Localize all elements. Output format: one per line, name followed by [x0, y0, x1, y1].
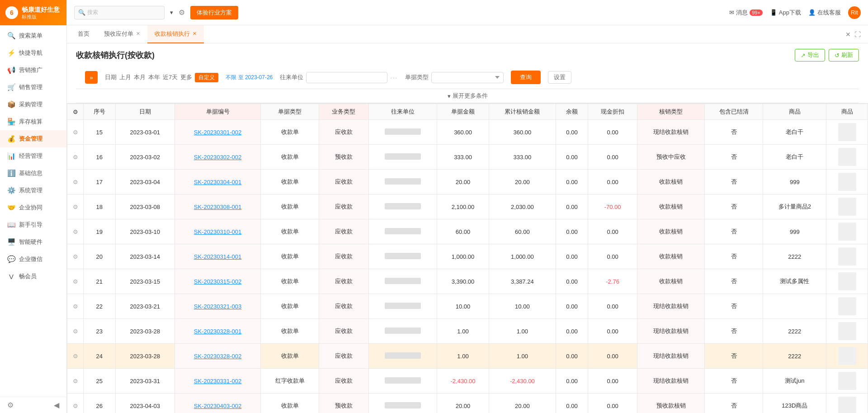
query-button[interactable]: 查询	[511, 71, 541, 84]
doc-no-link-11[interactable]: SK-20230403-002	[194, 403, 242, 409]
date-this-year[interactable]: 本年	[148, 73, 160, 81]
cell-gear-2[interactable]: ⚙	[67, 170, 84, 195]
cell-biz-type-7: 应收款	[319, 294, 369, 319]
cell-gear-1[interactable]: ⚙	[67, 145, 84, 170]
cell-amount-9: 1.00	[437, 344, 489, 369]
doc-no-link-2[interactable]: SK-20230304-001	[194, 179, 242, 185]
cell-gear-11[interactable]: ⚙	[67, 394, 84, 413]
doc-no-link-7[interactable]: SK-20230321-003	[194, 303, 242, 310]
expand-button[interactable]: ▾ 展开更多条件	[448, 92, 488, 100]
cell-write-off-11: 20.00	[489, 394, 556, 413]
cell-balance-3: 0.00	[556, 195, 588, 219]
cell-gear-6[interactable]: ⚙	[67, 269, 84, 294]
gear-header-icon[interactable]: ⚙	[73, 109, 78, 115]
cell-gear-4[interactable]: ⚙	[67, 219, 84, 244]
sidebar-item-hardware[interactable]: 🖥️智能硬件	[0, 233, 66, 251]
window-close-icon[interactable]: ✕	[845, 31, 851, 38]
sidebar-item-basic[interactable]: ℹ️基础信息	[0, 165, 66, 182]
receipt-type-select[interactable]	[431, 72, 504, 83]
tab-receipt[interactable]: 收款核销执行 ✕	[147, 25, 204, 43]
sidebar-item-operation[interactable]: 📊经营管理	[0, 147, 66, 165]
cell-discount-1: 0.00	[588, 145, 637, 170]
cell-doc-type-8: 收款单	[261, 319, 319, 344]
online-service-button[interactable]: 👤 在线客服	[808, 9, 841, 17]
doc-no-link-5[interactable]: SK-20230314-001	[194, 253, 242, 260]
sidebar-nav: 🔍搜索菜单⚡快捷导航📢营销推广🛒销售管理📦采购管理🏪库存核算💰资金管理📊经营管理…	[0, 25, 66, 397]
cell-doc-no-0: SK-20230301-002	[175, 120, 260, 145]
topbar-search[interactable]: 🔍 搜索	[74, 6, 165, 19]
doc-no-link-0[interactable]: SK-20230301-002	[194, 129, 242, 136]
cell-no-4: 19	[84, 219, 116, 244]
solution-button[interactable]: 体验行业方案	[190, 6, 238, 19]
cell-gear-3[interactable]: ⚙	[67, 195, 84, 219]
cell-gear-10[interactable]: ⚙	[67, 369, 84, 394]
cell-gear-7[interactable]: ⚙	[67, 294, 84, 319]
doc-no-link-9[interactable]: SK-20230328-002	[194, 353, 242, 360]
date-more[interactable]: 更多	[180, 73, 192, 81]
cell-gear-9[interactable]: ⚙	[67, 344, 84, 369]
cell-discount-7: 0.00	[588, 294, 637, 319]
custom-date-button[interactable]: 自定义	[195, 73, 218, 82]
col-header-write-off-type: 核销类型	[637, 104, 705, 120]
doc-no-link-6[interactable]: SK-20230315-002	[194, 278, 242, 285]
message-button[interactable]: ✉ 消息 99+	[729, 9, 763, 17]
cell-biz-type-6: 应收款	[319, 269, 369, 294]
tab-home[interactable]: 首页	[71, 25, 97, 43]
page-header: 收款核销执行(按收款) ↗ 导出 ↺ 刷新 »	[67, 43, 868, 104]
tab-prepay-close-icon[interactable]: ✕	[136, 31, 140, 37]
sidebar-item-search[interactable]: 🔍搜索菜单	[0, 27, 66, 44]
export-button[interactable]: ↗ 导出	[795, 49, 825, 62]
sidebar-item-wechat[interactable]: 💬企业微信	[0, 251, 66, 268]
cell-write-off-type-9: 现结收款核销	[637, 344, 705, 369]
cell-date-2: 2023-03-04	[115, 170, 175, 195]
doc-no-link-10[interactable]: SK-20230331-002	[194, 378, 242, 385]
logo-text: 畅康道好生意 标推版	[22, 5, 60, 20]
tab-prepay[interactable]: 预收应付单 ✕	[97, 25, 147, 43]
sidebar-item-enterprise[interactable]: 🤝企业协同	[0, 199, 66, 216]
tab-receipt-close-icon[interactable]: ✕	[193, 31, 197, 37]
settings-button[interactable]: 设置	[548, 71, 571, 84]
date-last-month[interactable]: 上月	[119, 73, 131, 81]
page-header-actions: ↗ 导出 ↺ 刷新	[795, 49, 859, 62]
window-expand-icon[interactable]: ⛶	[854, 31, 861, 38]
cell-date-5: 2023-03-14	[115, 244, 175, 269]
doc-no-link-3[interactable]: SK-20230308-001	[194, 204, 242, 210]
unit-dots[interactable]: ···	[390, 74, 398, 81]
collapse-icon[interactable]: ◀	[54, 401, 59, 409]
user-avatar[interactable]: Rit	[848, 6, 861, 19]
refresh-button[interactable]: ↺ 刷新	[829, 49, 859, 62]
message-badge: 99+	[750, 9, 763, 16]
sidebar-item-purchase[interactable]: 📦采购管理	[0, 96, 66, 113]
filter-receipt-type-group: 单据类型	[405, 72, 504, 83]
settings-icon[interactable]: ⚙	[7, 401, 14, 409]
sidebar-item-system[interactable]: ⚙️系统管理	[0, 182, 66, 199]
date-7days[interactable]: 近7天	[163, 73, 178, 81]
table-row: ⚙ 20 2023-03-14 SK-20230314-001 收款单 应收款 …	[67, 244, 868, 269]
cell-write-off-3: 2,030.00	[489, 195, 556, 219]
filter-toggle-button[interactable]: »	[85, 71, 98, 84]
date-this-month[interactable]: 本月	[134, 73, 146, 81]
sidebar-item-member[interactable]: V畅会员	[0, 268, 66, 285]
cell-date-9: 2023-03-28	[115, 344, 175, 369]
sidebar-label-search: 搜索菜单	[19, 32, 42, 40]
doc-no-link-4[interactable]: SK-20230310-001	[194, 228, 242, 235]
cell-doc-type-10: 红字收款单	[261, 369, 319, 394]
col-header-include-settled: 包含已结清	[705, 104, 763, 120]
cell-write-off-type-3: 收款核销	[637, 195, 705, 219]
sidebar-item-marketing[interactable]: 📢营销推广	[0, 62, 66, 79]
sidebar-item-sales[interactable]: 🛒销售管理	[0, 79, 66, 96]
topbar-gear-icon[interactable]: ⚙	[179, 8, 185, 17]
doc-no-link-8[interactable]: SK-20230328-001	[194, 328, 242, 335]
sidebar-item-finance[interactable]: 💰资金管理	[0, 130, 66, 147]
app-download-button[interactable]: 📱 App下载	[770, 9, 801, 17]
topbar-dropdown[interactable]: ▾	[170, 9, 173, 16]
cell-partner-7	[368, 294, 437, 319]
sidebar-item-quick[interactable]: ⚡快捷导航	[0, 44, 66, 62]
sidebar-item-inventory[interactable]: 🏪库存核算	[0, 113, 66, 130]
unit-input[interactable]	[306, 72, 387, 83]
cell-gear-5[interactable]: ⚙	[67, 244, 84, 269]
cell-gear-0[interactable]: ⚙	[67, 120, 84, 145]
doc-no-link-1[interactable]: SK-20230302-002	[194, 154, 242, 161]
cell-gear-8[interactable]: ⚙	[67, 319, 84, 344]
sidebar-item-guide[interactable]: 📖新手引导	[0, 216, 66, 233]
